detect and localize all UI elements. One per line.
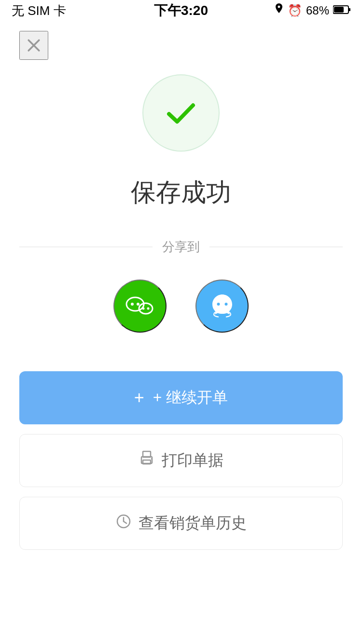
success-title: 保存成功 <box>131 176 231 210</box>
divider-line-left <box>19 247 153 247</box>
battery-text: 68% <box>306 4 329 17</box>
wechat-share-button[interactable] <box>113 280 167 333</box>
print-button[interactable]: 打印单据 <box>19 434 343 487</box>
svg-rect-13 <box>143 460 151 464</box>
print-label: 打印单据 <box>162 450 223 471</box>
action-buttons: + + 继续开单 打印单据 <box>19 371 343 550</box>
svg-rect-14 <box>151 458 153 460</box>
wechat-icon <box>125 291 156 322</box>
location-icon <box>274 3 284 18</box>
share-label: 分享到 <box>162 238 200 255</box>
status-left: 无 SIM 卡 <box>12 2 70 19</box>
svg-point-9 <box>142 307 144 309</box>
alarm-icon: ⏰ <box>288 4 302 17</box>
printer-icon <box>139 450 155 471</box>
status-right: ⏰ 68% <box>274 3 350 18</box>
svg-rect-1 <box>348 8 350 11</box>
plus-icon: + <box>134 388 144 408</box>
history-button[interactable]: 查看销货单历史 <box>19 497 343 550</box>
share-icons-row <box>113 280 249 333</box>
success-icon-circle <box>142 74 220 152</box>
continue-button[interactable]: + + 继续开单 <box>19 371 343 424</box>
close-button[interactable] <box>19 31 48 60</box>
svg-point-6 <box>131 303 134 306</box>
svg-point-7 <box>137 303 139 306</box>
checkmark-icon <box>162 94 200 132</box>
status-time: 下午3:20 <box>154 1 208 20</box>
divider-line-right <box>209 247 343 247</box>
qq-icon <box>207 291 238 322</box>
qq-share-button[interactable] <box>195 280 249 333</box>
status-bar: 无 SIM 卡 下午3:20 ⏰ 68% <box>0 0 362 21</box>
battery-icon <box>333 4 350 17</box>
main-content: 保存成功 分享到 <box>0 21 362 644</box>
svg-point-10 <box>147 307 149 309</box>
svg-line-17 <box>124 521 126 523</box>
svg-rect-2 <box>334 7 344 13</box>
continue-label: + 继续开单 <box>153 387 228 408</box>
clock-icon <box>115 513 132 533</box>
history-label: 查看销货单历史 <box>139 513 247 534</box>
carrier-text: 无 SIM 卡 <box>12 2 66 19</box>
share-divider: 分享到 <box>19 238 343 255</box>
